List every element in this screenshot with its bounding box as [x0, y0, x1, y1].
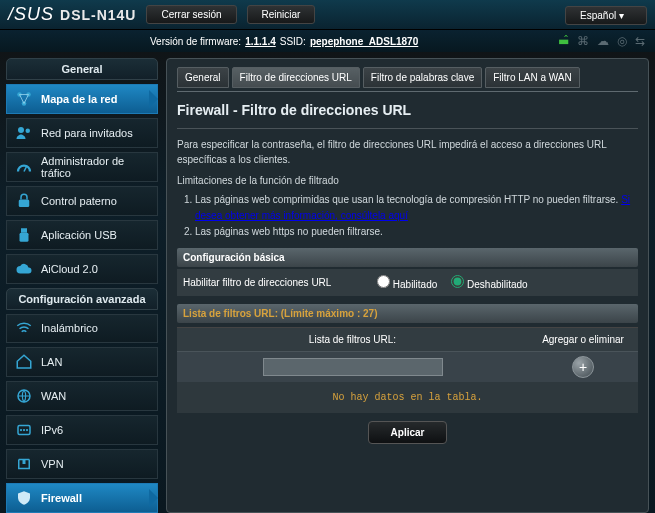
network-map-icon: [15, 90, 33, 108]
svg-rect-6: [21, 228, 27, 233]
ssid-link[interactable]: pepephone_ADSL1870: [310, 36, 418, 47]
sidebar-item-guest-network[interactable]: Red para invitados: [6, 118, 158, 148]
sidebar-item-firewall[interactable]: Firewall: [6, 483, 158, 513]
guest-icon: [15, 124, 33, 142]
page-title: Firewall - Filtro de direcciones URL: [177, 102, 638, 118]
tabs: General Filtro de direcciones URL Filtro…: [177, 67, 638, 88]
gauge-icon: [15, 158, 33, 176]
enable-label: Habilitar filtro de direcciones URL: [183, 277, 363, 288]
lock-icon: [15, 192, 33, 210]
wan-icon: [15, 387, 33, 405]
sidebar-item-network-map[interactable]: Mapa de la red: [6, 84, 158, 114]
sidebar-item-aicloud[interactable]: AiCloud 2.0: [6, 254, 158, 284]
wifi-nav-icon: [15, 319, 33, 337]
usb-stick-icon: [15, 226, 33, 244]
brand-logo: /SUSDSL-N14U: [8, 4, 136, 25]
users-icon: ⌘: [577, 34, 589, 48]
tab-general[interactable]: General: [177, 67, 229, 88]
section-basic-config: Configuración básica: [177, 248, 638, 267]
sidebar-item-lan[interactable]: LAN: [6, 347, 158, 377]
enable-row: Habilitar filtro de direcciones URL Habi…: [177, 269, 638, 296]
firmware-version[interactable]: 1.1.1.4: [245, 36, 276, 47]
globe-icon: ◎: [617, 34, 627, 48]
logout-button[interactable]: Cerrar sesión: [146, 5, 236, 24]
radio-disabled[interactable]: Deshabilitado: [451, 275, 527, 290]
topbar: /SUSDSL-N14U Cerrar sesión Reiniciar Esp…: [0, 0, 655, 30]
section-url-list: Lista de filtros URL: (Límite máximo : 2…: [177, 304, 638, 323]
th-url-list: Lista de filtros URL:: [177, 328, 528, 351]
svg-point-4: [26, 128, 31, 133]
no-data-text: No hay datos en la tabla.: [177, 382, 638, 413]
vpn-icon: [15, 455, 33, 473]
radio-enabled[interactable]: Habilitado: [377, 275, 437, 290]
ipv6-icon: [15, 421, 33, 439]
tab-lan-wan-filter[interactable]: Filtro LAN a WAN: [485, 67, 580, 88]
sidebar: General Mapa de la red Red para invitado…: [6, 58, 158, 513]
language-select[interactable]: Español ▾: [565, 6, 647, 25]
limitations-list: Las páginas web comprimidas que usan la …: [195, 192, 638, 240]
sidebar-header-general: General: [6, 58, 158, 80]
svg-point-10: [20, 429, 22, 431]
sidebar-item-traffic-manager[interactable]: Administrador de tráfico: [6, 152, 158, 182]
sidebar-item-parental-control[interactable]: Control paterno: [6, 186, 158, 216]
th-add-remove: Agregar o eliminar: [528, 328, 638, 351]
sidebar-header-advanced: Configuración avanzada: [6, 288, 158, 310]
sidebar-item-usb-app[interactable]: Aplicación USB: [6, 220, 158, 250]
limitations-heading: Limitaciones de la función de filtrado: [177, 173, 638, 188]
url-table: Lista de filtros URL: Agregar o eliminar…: [177, 327, 638, 413]
tab-url-filter[interactable]: Filtro de direcciones URL: [232, 67, 360, 88]
cloud-nav-icon: [15, 260, 33, 278]
sidebar-item-vpn[interactable]: VPN: [6, 449, 158, 479]
main-panel: General Filtro de direcciones URL Filtro…: [166, 58, 649, 513]
tab-keyword-filter[interactable]: Filtro de palabras clave: [363, 67, 482, 88]
cloud-icon: ☁: [597, 34, 609, 48]
svg-rect-5: [19, 199, 30, 207]
apply-button[interactable]: Aplicar: [368, 421, 448, 444]
sidebar-item-wan[interactable]: WAN: [6, 381, 158, 411]
svg-point-12: [26, 429, 28, 431]
svg-point-11: [23, 429, 25, 431]
sidebar-item-ipv6[interactable]: IPv6: [6, 415, 158, 445]
add-button[interactable]: +: [572, 356, 594, 378]
firmware-line: Versión de firmware: 1.1.1.4 SSID: pepep…: [0, 30, 655, 52]
svg-point-3: [18, 127, 24, 133]
sidebar-item-wireless[interactable]: Inalámbrico: [6, 314, 158, 344]
svg-rect-7: [20, 232, 29, 241]
wifi-icon: ▬̂: [558, 34, 569, 48]
reboot-button[interactable]: Reiniciar: [247, 5, 316, 24]
usb-icon: ⇆: [635, 34, 645, 48]
shield-icon: [15, 489, 33, 507]
intro-text: Para especificar la contraseña, el filtr…: [177, 137, 638, 167]
url-input[interactable]: [263, 358, 443, 376]
lan-icon: [15, 353, 33, 371]
